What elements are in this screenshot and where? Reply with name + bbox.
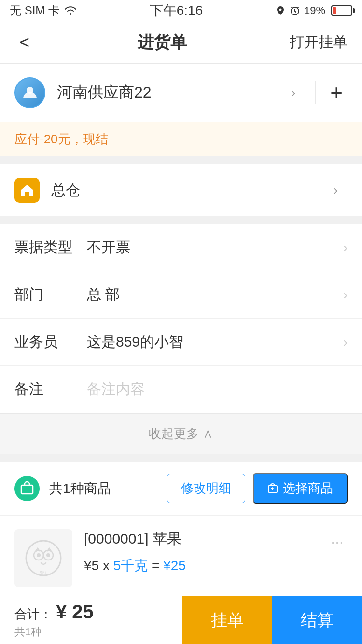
- status-time: 下午6:16: [150, 1, 203, 20]
- user-icon: [21, 84, 39, 101]
- product-info: [0000001] 苹果 ¥5 x 5千克 = ¥25: [84, 529, 327, 575]
- status-right: 19%: [275, 4, 352, 17]
- svg-text:管+: 管+: [40, 570, 47, 575]
- content-area: 河南供应商22 › + 应付-20元，现结 总仓 › 票据类型 不开票 › 部门…: [0, 64, 362, 644]
- svg-point-8: [46, 553, 50, 557]
- product-name: [0000001] 苹果: [84, 529, 327, 549]
- total-label: 合计：: [14, 606, 52, 623]
- salesman-row[interactable]: 业务员 这是859的小智 ›: [0, 319, 362, 366]
- battery-icon: [331, 5, 352, 16]
- modify-detail-button[interactable]: 修改明细: [167, 474, 245, 503]
- department-chevron-icon: ›: [343, 287, 348, 303]
- warehouse-icon: [14, 178, 40, 203]
- location-icon: [275, 5, 286, 16]
- product-item: 管+ [0000001] 苹果 ¥5 x 5千克 = ¥25 ···: [0, 516, 362, 601]
- status-carrier: 无 SIM 卡: [10, 3, 77, 18]
- products-count: 共1种商品: [49, 479, 167, 498]
- supplier-card: 河南供应商22 › + 应付-20元，现结: [0, 64, 362, 156]
- products-section: 共1种商品 修改明细 选择商品: [0, 462, 362, 601]
- footer: 合计： ¥ 25 共1种 挂单 结算: [0, 596, 362, 644]
- form-card: 票据类型 不开票 › 部门 总 部 › 业务员 这是859的小智 › 备注 备注…: [0, 224, 362, 454]
- remark-row[interactable]: 备注 备注内容: [0, 366, 362, 413]
- remark-placeholder: 备注内容: [87, 379, 348, 399]
- footer-total: 合计： ¥ 25 共1种: [0, 596, 182, 644]
- total-amount: ¥ 25: [56, 601, 94, 623]
- supplier-avatar: [14, 77, 45, 108]
- warehouse-name: 总仓: [51, 181, 334, 200]
- warehouse-chevron-icon: ›: [334, 182, 338, 198]
- total-sub: 共1种: [14, 625, 168, 639]
- nav-bar: < 进货单 打开挂单: [0, 21, 362, 64]
- warehouse-card[interactable]: 总仓 ›: [0, 164, 362, 216]
- select-cart-icon: [267, 483, 279, 494]
- salesman-label: 业务员: [14, 332, 87, 352]
- supplier-divider: [315, 81, 316, 104]
- settle-button[interactable]: 结算: [272, 596, 362, 644]
- status-bar: 无 SIM 卡 下午6:16 19%: [0, 0, 362, 21]
- open-hang-button[interactable]: 打开挂单: [290, 32, 348, 52]
- page-title: 进货单: [138, 31, 187, 54]
- salesman-value: 这是859的小智: [87, 332, 343, 352]
- salesman-chevron-icon: ›: [343, 335, 348, 350]
- cart-icon: [20, 481, 34, 496]
- invoice-type-label: 票据类型: [14, 238, 87, 257]
- remark-label: 备注: [14, 379, 87, 399]
- invoice-chevron-icon: ›: [343, 240, 348, 255]
- home-icon: [20, 183, 34, 197]
- department-row[interactable]: 部门 总 部 ›: [0, 271, 362, 319]
- products-icon: [14, 476, 40, 501]
- department-value: 总 部: [87, 285, 343, 305]
- more-options-button[interactable]: ···: [327, 529, 348, 555]
- collapse-bar[interactable]: 收起更多 ∧: [0, 413, 362, 454]
- hang-button[interactable]: 挂单: [182, 596, 272, 644]
- add-supplier-button[interactable]: +: [325, 81, 348, 105]
- payable-info: 应付-20元，现结: [0, 122, 362, 156]
- supplier-name: 河南供应商22: [57, 82, 291, 103]
- supplier-row[interactable]: 河南供应商22 › +: [0, 64, 362, 122]
- alarm-icon: [290, 5, 300, 16]
- department-label: 部门: [14, 285, 87, 305]
- svg-rect-2: [21, 485, 33, 494]
- owl-logo-icon: 管+: [24, 539, 63, 577]
- invoice-type-row[interactable]: 票据类型 不开票 ›: [0, 224, 362, 271]
- back-button[interactable]: <: [14, 28, 34, 57]
- product-thumbnail: 管+: [14, 529, 72, 587]
- select-product-button[interactable]: 选择商品: [253, 473, 348, 504]
- warehouse-row[interactable]: 总仓 ›: [0, 164, 362, 216]
- invoice-type-value: 不开票: [87, 238, 343, 257]
- product-price: ¥5 x 5千克 = ¥25: [84, 557, 327, 575]
- supplier-chevron-icon: ›: [291, 85, 295, 100]
- products-header: 共1种商品 修改明细 选择商品: [0, 462, 362, 516]
- wifi-icon: [64, 5, 77, 16]
- svg-point-7: [37, 553, 41, 557]
